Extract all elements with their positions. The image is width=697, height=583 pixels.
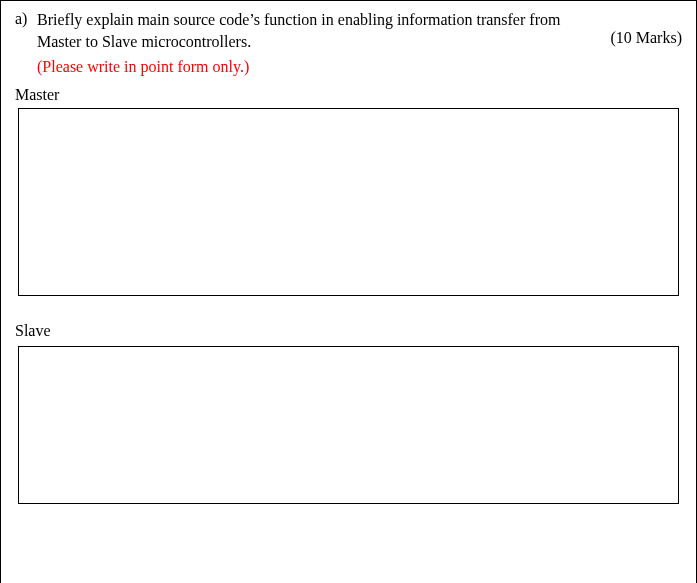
exam-question-page: a) Briefly explain main source code’s fu… [0, 0, 697, 583]
master-section-label: Master [15, 86, 682, 104]
instruction-text: (Please write in point form only.) [37, 58, 682, 76]
slave-section-label: Slave [15, 322, 682, 340]
question-row: a) Briefly explain main source code’s fu… [15, 9, 682, 52]
question-body: Briefly explain main source code’s funct… [37, 9, 682, 52]
slave-answer-box[interactable] [18, 346, 679, 504]
master-answer-box[interactable] [18, 108, 679, 296]
question-label: a) [15, 9, 37, 28]
question-text: Briefly explain main source code’s funct… [37, 9, 682, 52]
question-marks: (10 Marks) [610, 29, 682, 47]
